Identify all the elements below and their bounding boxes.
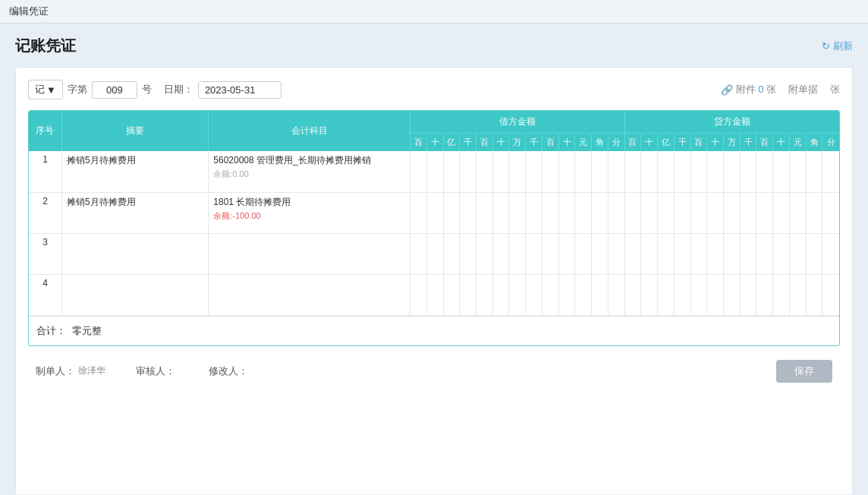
credit-cell-8[interactable] <box>740 192 756 233</box>
debit-cell-7[interactable] <box>509 274 526 315</box>
credit-cell-7[interactable] <box>724 233 741 274</box>
row-account[interactable]: 1801 长期待摊费用余额:-100.00 <box>209 192 410 233</box>
row-summary[interactable] <box>61 274 208 315</box>
date-input[interactable] <box>198 81 281 99</box>
debit-cell-2[interactable] <box>426 274 443 315</box>
credit-cell-5[interactable] <box>690 274 707 315</box>
credit-cell-2[interactable] <box>641 192 658 233</box>
debit-cell-12[interactable] <box>592 192 609 233</box>
credit-cell-4[interactable] <box>674 233 690 274</box>
debit-cell-6[interactable] <box>492 233 509 274</box>
credit-cell-3[interactable] <box>658 233 675 274</box>
debit-cell-13[interactable] <box>608 233 624 274</box>
debit-cell-5[interactable] <box>476 274 493 315</box>
debit-cell-8[interactable] <box>526 233 542 274</box>
credit-cell-10[interactable] <box>773 192 790 233</box>
attachment-link[interactable]: 🔗 附件 0 张 <box>721 83 776 96</box>
debit-cell-11[interactable] <box>575 274 592 315</box>
credit-cell-1[interactable] <box>624 151 641 192</box>
debit-cell-10[interactable] <box>558 233 575 274</box>
debit-cell-5[interactable] <box>476 233 493 274</box>
debit-cell-9[interactable] <box>542 151 558 192</box>
credit-cell-8[interactable] <box>740 233 756 274</box>
debit-cell-3[interactable] <box>443 192 460 233</box>
credit-cell-12[interactable] <box>806 274 822 315</box>
debit-cell-7[interactable] <box>509 233 526 274</box>
credit-cell-10[interactable] <box>773 274 790 315</box>
debit-cell-7[interactable] <box>509 151 526 192</box>
debit-cell-11[interactable] <box>575 151 592 192</box>
credit-cell-8[interactable] <box>740 151 756 192</box>
debit-cell-3[interactable] <box>443 151 460 192</box>
debit-cell-10[interactable] <box>558 274 575 315</box>
save-button[interactable]: 保存 <box>776 360 832 383</box>
credit-cell-11[interactable] <box>789 192 806 233</box>
debit-cell-1[interactable] <box>410 274 427 315</box>
credit-cell-8[interactable] <box>740 274 756 315</box>
debit-cell-11[interactable] <box>575 233 592 274</box>
credit-cell-10[interactable] <box>773 151 790 192</box>
credit-cell-11[interactable] <box>789 151 806 192</box>
credit-cell-11[interactable] <box>789 233 806 274</box>
debit-cell-4[interactable] <box>460 233 476 274</box>
debit-cell-13[interactable] <box>608 274 624 315</box>
credit-cell-13[interactable] <box>822 192 839 233</box>
credit-cell-11[interactable] <box>789 274 806 315</box>
debit-cell-1[interactable] <box>410 192 427 233</box>
credit-cell-6[interactable] <box>707 274 724 315</box>
debit-cell-6[interactable] <box>492 151 509 192</box>
credit-cell-7[interactable] <box>724 192 741 233</box>
credit-cell-7[interactable] <box>724 274 741 315</box>
credit-cell-3[interactable] <box>658 192 675 233</box>
debit-cell-9[interactable] <box>542 274 558 315</box>
type-dropdown[interactable]: 记 ▼ <box>28 80 63 99</box>
debit-cell-12[interactable] <box>592 233 609 274</box>
debit-cell-10[interactable] <box>558 151 575 192</box>
table-row[interactable]: 4 <box>29 274 839 315</box>
credit-cell-5[interactable] <box>690 192 707 233</box>
table-row[interactable]: 2摊销5月待摊费用1801 长期待摊费用余额:-100.00 <box>29 192 839 233</box>
credit-cell-9[interactable] <box>756 233 773 274</box>
credit-cell-13[interactable] <box>822 274 839 315</box>
credit-cell-4[interactable] <box>674 274 690 315</box>
debit-cell-4[interactable] <box>460 274 476 315</box>
debit-cell-13[interactable] <box>608 192 624 233</box>
credit-cell-4[interactable] <box>674 192 690 233</box>
debit-cell-8[interactable] <box>526 274 542 315</box>
credit-cell-13[interactable] <box>822 233 839 274</box>
credit-cell-2[interactable] <box>641 233 658 274</box>
credit-cell-9[interactable] <box>756 274 773 315</box>
credit-cell-6[interactable] <box>707 233 724 274</box>
credit-cell-12[interactable] <box>806 192 822 233</box>
debit-cell-2[interactable] <box>426 233 443 274</box>
credit-cell-6[interactable] <box>707 192 724 233</box>
credit-cell-4[interactable] <box>674 151 690 192</box>
table-row[interactable]: 3 <box>29 233 839 274</box>
debit-cell-11[interactable] <box>575 192 592 233</box>
credit-cell-3[interactable] <box>658 274 675 315</box>
row-summary[interactable]: 摊销5月待摊费用 <box>61 151 208 192</box>
debit-cell-8[interactable] <box>526 192 542 233</box>
row-summary[interactable]: 摊销5月待摊费用 <box>61 192 208 233</box>
row-account[interactable] <box>209 233 410 274</box>
credit-cell-13[interactable] <box>822 151 839 192</box>
debit-cell-3[interactable] <box>443 274 460 315</box>
debit-cell-7[interactable] <box>509 192 526 233</box>
row-account[interactable] <box>209 274 410 315</box>
credit-cell-5[interactable] <box>690 233 707 274</box>
debit-cell-4[interactable] <box>460 192 476 233</box>
debit-cell-2[interactable] <box>426 192 443 233</box>
debit-cell-12[interactable] <box>592 151 609 192</box>
debit-cell-13[interactable] <box>608 151 624 192</box>
row-summary[interactable] <box>61 233 208 274</box>
credit-cell-12[interactable] <box>806 233 822 274</box>
debit-cell-1[interactable] <box>410 151 427 192</box>
debit-cell-9[interactable] <box>542 192 558 233</box>
credit-cell-9[interactable] <box>756 151 773 192</box>
debit-cell-4[interactable] <box>460 151 476 192</box>
debit-cell-2[interactable] <box>426 151 443 192</box>
debit-cell-10[interactable] <box>558 192 575 233</box>
row-account[interactable]: 56020008 管理费用_长期待摊费用摊销余额:0.00 <box>209 151 410 192</box>
credit-cell-7[interactable] <box>724 151 741 192</box>
credit-cell-9[interactable] <box>756 192 773 233</box>
